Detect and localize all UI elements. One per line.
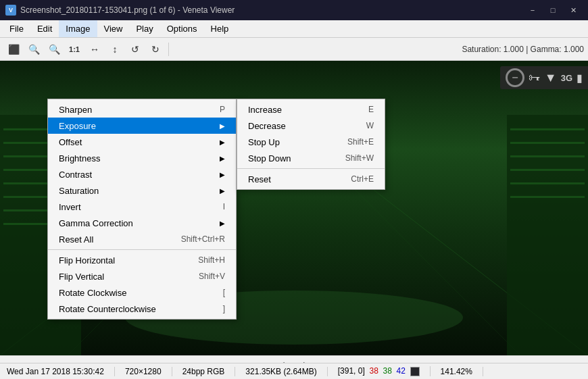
status-coords: [391, 0] 38 38 42 — [328, 366, 431, 376]
menu-edit[interactable]: Edit — [30, 20, 59, 37]
toolbar-zoom-out-btn[interactable]: 🔍 — [45, 41, 64, 58]
menu-invert[interactable]: Invert I — [48, 199, 236, 215]
exposure-separator — [237, 168, 385, 169]
main-content: nVPN − 🗝 ▼ 3G ▮ Sharpen P Exposure ▶ Off… — [0, 61, 588, 355]
toolbar-fit-height-btn[interactable]: ↕ — [105, 41, 124, 58]
svg-rect-6 — [507, 115, 588, 355]
statusbar: Wed Jan 17 2018 15:30:42 720×1280 24bpp … — [0, 363, 588, 379]
status-g: 38 — [383, 366, 392, 376]
image-menu: Sharpen P Exposure ▶ Offset ▶ Brightness… — [47, 99, 237, 320]
3g-label: 3G — [561, 73, 572, 83]
menu-rotate-counterclockwise[interactable]: Rotate Counterclockwise ] — [48, 301, 236, 317]
toolbar-1to1-btn[interactable]: 1:1 — [65, 41, 84, 58]
submenu-stop-down[interactable]: Stop Down Shift+W — [237, 150, 385, 166]
status-filesize: 321.35KB (2.64MB) — [235, 367, 327, 376]
wifi-icon: ▼ — [545, 71, 557, 85]
svg-rect-20 — [510, 196, 585, 198]
menu-rotate-clockwise[interactable]: Rotate Clockwise [ — [48, 284, 236, 301]
toolbar-zoom-in-btn[interactable]: 🔍 — [24, 41, 43, 58]
menu-exposure[interactable]: Exposure ▶ — [48, 118, 236, 134]
status-resolution: 720×1280 — [115, 367, 172, 376]
minimize-button[interactable]: − — [523, 3, 542, 17]
key-icon: 🗝 — [529, 71, 541, 85]
menu-help[interactable]: Help — [204, 20, 236, 37]
svg-rect-17 — [510, 155, 585, 157]
block-icon: − — [506, 68, 524, 87]
menu-saturation[interactable]: Saturation ▶ — [48, 182, 236, 199]
close-button[interactable]: ✕ — [564, 3, 583, 17]
menu-separator-1 — [48, 249, 236, 250]
app-icon: V — [5, 5, 16, 16]
submenu-decrease[interactable]: Decrease W — [237, 118, 385, 134]
menu-contrast[interactable]: Contrast ▶ — [48, 166, 236, 182]
toolbar-status: Saturation: 1.000 | Gamma: 1.000 — [462, 45, 584, 54]
toolbar: ⬛ 🔍 🔍 1:1 ↔ ↕ ↺ ↻ Saturation: 1.000 | Ga… — [0, 38, 588, 61]
maximize-button[interactable]: □ — [543, 3, 562, 17]
menu-image[interactable]: Image — [59, 20, 97, 37]
status-r: 38 — [369, 366, 378, 376]
menu-offset[interactable]: Offset ▶ — [48, 134, 236, 150]
status-zoom: 141.42% — [431, 367, 483, 376]
toolbar-rotate-ccw-btn[interactable]: ↺ — [126, 41, 145, 58]
submenu-increase[interactable]: Increase E — [237, 101, 385, 118]
toolbar-rotate-cw-btn[interactable]: ↻ — [146, 41, 165, 58]
menu-view[interactable]: View — [97, 20, 130, 37]
menu-sharpen[interactable]: Sharpen P — [48, 101, 236, 118]
menu-options[interactable]: Options — [160, 20, 204, 37]
window-controls: − □ ✕ — [523, 3, 583, 17]
menu-file[interactable]: File — [3, 20, 30, 37]
menu-play[interactable]: Play — [129, 20, 160, 37]
exposure-submenu: Increase E Decrease W Stop Up Shift+E St… — [237, 99, 385, 190]
submenu-reset[interactable]: Reset Ctrl+E — [237, 171, 385, 187]
submenu-stop-up[interactable]: Stop Up Shift+E — [237, 134, 385, 150]
notification-bar: − 🗝 ▼ 3G ▮ — [500, 66, 588, 89]
menu-gamma-correction[interactable]: Gamma Correction ▶ — [48, 215, 236, 231]
svg-rect-18 — [510, 169, 585, 171]
toolbar-separator — [168, 43, 169, 56]
menu-reset-all[interactable]: Reset All Shift+Ctrl+R — [48, 231, 236, 247]
status-b: 42 — [397, 366, 406, 376]
menu-flip-horizontal[interactable]: Flip Horizontal Shift+H — [48, 252, 236, 268]
menu-flip-vertical[interactable]: Flip Vertical Shift+V — [48, 268, 236, 284]
svg-rect-19 — [510, 182, 585, 184]
toolbar-fit-width-btn[interactable]: ↔ — [85, 41, 104, 58]
menubar: File Edit Image View Play Options Help — [0, 20, 588, 38]
toolbar-fit-btn[interactable]: ⬛ — [4, 41, 23, 58]
svg-rect-16 — [510, 142, 585, 144]
titlebar: V Screenshot_20180117-153041.png (1 of 6… — [0, 0, 588, 20]
battery-icon: ▮ — [577, 72, 583, 84]
status-datetime: Wed Jan 17 2018 15:30:42 — [7, 367, 115, 376]
window-title: Screenshot_20180117-153041.png (1 of 6) … — [20, 5, 523, 15]
menu-brightness[interactable]: Brightness ▶ — [48, 150, 236, 166]
svg-rect-15 — [510, 128, 585, 130]
status-colormode: 24bpp RGB — [172, 367, 236, 376]
color-preview — [410, 367, 420, 376]
